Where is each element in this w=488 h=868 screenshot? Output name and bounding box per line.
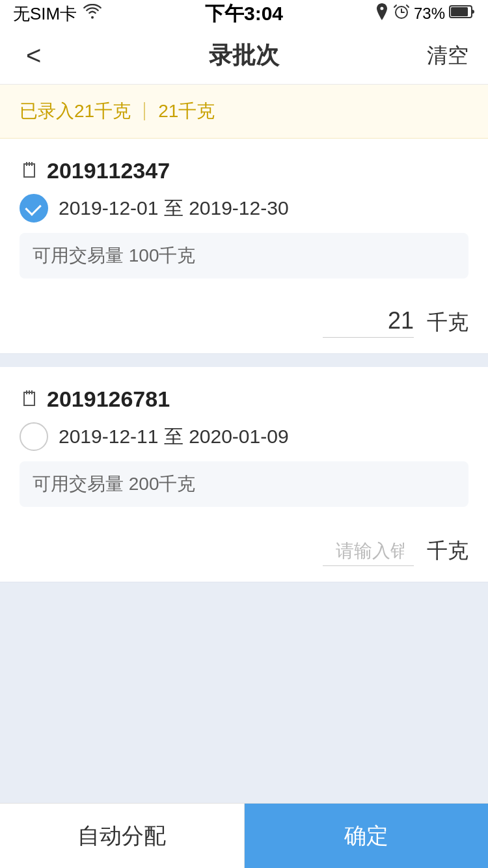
batch2-radio[interactable] (20, 422, 48, 451)
batch1-number: 2019112347 (47, 158, 170, 183)
batch1-quantity-value: 21 (388, 307, 414, 334)
batch1-unit: 千克 (427, 308, 468, 337)
batch2-date: 2019-12-11 至 2020-01-09 (59, 424, 289, 450)
nav-bar: < 录批次 清空 (0, 27, 488, 85)
status-left: 无SIM卡 (13, 3, 103, 25)
auto-distribute-button[interactable]: 自动分配 (0, 804, 245, 868)
wifi-icon (82, 4, 103, 24)
section-divider (0, 354, 488, 367)
status-time: 下午3:04 (205, 1, 283, 27)
back-button[interactable]: < (20, 34, 47, 77)
location-icon (375, 3, 389, 25)
battery-text: 73% (414, 5, 445, 23)
batch2-header: 🗒 2019126781 (20, 387, 468, 412)
battery-icon (449, 5, 475, 23)
status-bar: 无SIM卡 下午3:04 73% (0, 0, 488, 27)
batch1-radio[interactable] (20, 194, 48, 223)
alarm-icon (393, 3, 410, 25)
page-title: 录批次 (209, 40, 279, 72)
batch2-available: 可用交易量 200千克 (20, 461, 468, 507)
batch1-quantity-underline: 21 (323, 307, 414, 338)
clear-button[interactable]: 清空 (427, 42, 468, 70)
bottom-bar: 自动分配 确定 (0, 803, 488, 868)
bottom-area (0, 582, 488, 830)
info-label: 已录入21千克 (20, 99, 131, 124)
batch1-icon: 🗒 (20, 159, 40, 183)
sim-text: 无SIM卡 (13, 3, 77, 25)
status-right: 73% (375, 3, 475, 25)
batch1-available: 可用交易量 100千克 (20, 233, 468, 278)
batch2-date-row[interactable]: 2019-12-11 至 2020-01-09 (20, 422, 468, 451)
batch1-date: 2019-12-01 至 2019-12-30 (59, 195, 289, 222)
info-banner: 已录入21千克 21千克 (0, 85, 488, 139)
batch2-icon: 🗒 (20, 387, 40, 411)
batch2-number: 2019126781 (47, 387, 170, 412)
batch2-card: 🗒 2019126781 2019-12-11 至 2020-01-09 可用交… (0, 367, 488, 520)
batch1-date-row[interactable]: 2019-12-01 至 2019-12-30 (20, 194, 468, 223)
batch1-quantity-row: 21 千克 (0, 292, 488, 354)
batch1-header: 🗒 2019112347 (20, 158, 468, 183)
batch2-quantity-input[interactable] (336, 536, 414, 563)
batch2-quantity-row[interactable]: 千克 (0, 520, 488, 582)
batch1-card: 🗒 2019112347 2019-12-01 至 2019-12-30 可用交… (0, 139, 488, 292)
info-divider (144, 102, 145, 120)
batch2-unit: 千克 (427, 537, 468, 565)
info-value: 21千克 (158, 99, 215, 124)
batch2-quantity-underline (323, 536, 414, 566)
confirm-button[interactable]: 确定 (245, 804, 489, 868)
svg-rect-4 (451, 7, 468, 16)
